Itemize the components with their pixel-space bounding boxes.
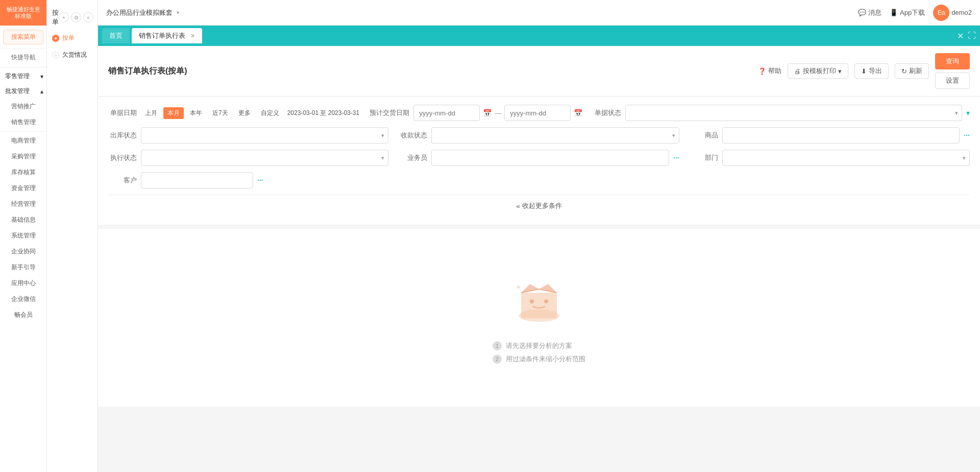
query-button[interactable]: 查询: [935, 53, 970, 69]
sidebar-item-member[interactable]: 畅会员: [0, 307, 46, 323]
sidebar-section-retail[interactable]: 零售管理 ▾: [0, 69, 46, 84]
outstock-select[interactable]: [141, 127, 388, 144]
filter-customer-item: 客户 ···: [108, 172, 263, 188]
print-button[interactable]: 🖨 按模板打印 ▾: [788, 63, 848, 79]
sidebar-item-purchase[interactable]: 采购管理: [0, 149, 46, 164]
dept-select[interactable]: [722, 150, 970, 166]
sidebar-section-retail-icon: ▾: [40, 73, 43, 80]
sidebar-item-app-center[interactable]: 应用中心: [0, 275, 46, 291]
sidebar-item-quick-nav[interactable]: 快捷导航: [0, 49, 46, 66]
filter-salesperson-item: 业务员 ···: [399, 150, 679, 166]
filter-area: 单据日期 上月 本月 本年 近7天 更多 自定义 2023-03-01 至 20…: [98, 97, 980, 225]
sidebar-search-section: 搜索菜单: [0, 26, 46, 49]
collapse-sidebar-button[interactable]: «: [83, 12, 93, 22]
app-logo[interactable]: 畅捷通好生意 标准版: [0, 0, 46, 26]
filter-receipt-item: 收款状态: [399, 127, 679, 144]
export-button[interactable]: ⬇ 导出: [854, 63, 889, 79]
sidebar-item-finance[interactable]: 资金管理: [0, 180, 46, 196]
goods-more-icon[interactable]: ···: [964, 131, 970, 139]
empty-illustration: [508, 270, 570, 331]
collapse-icon: «: [516, 202, 520, 210]
export-label: 导出: [869, 66, 882, 76]
cal-icon-start[interactable]: 📅: [483, 109, 492, 117]
tab-close-all-button[interactable]: ✕: [957, 31, 964, 41]
filter-date-item: 单据日期 上月 本月 本年 近7天 更多 自定义 2023-03-01 至 20…: [108, 107, 359, 119]
sidebar-item-newbie[interactable]: 新手引导: [0, 259, 46, 275]
svg-point-3: [544, 299, 548, 303]
status-select[interactable]: [625, 105, 962, 121]
svg-point-2: [530, 299, 534, 303]
tab-home[interactable]: 首页: [102, 28, 130, 43]
date-tab-more[interactable]: 更多: [234, 107, 255, 119]
app-download-button[interactable]: 📱 App下载: [890, 8, 925, 17]
topbar-right: 💬 消息 📱 App下载 Ea demo2: [858, 5, 972, 21]
page-header: 销售订单执行表(按单) ❓ 帮助 🖨 按模板打印 ▾ ⬇ 导出 ↻ 刷新: [98, 46, 980, 97]
receipt-label: 收款状态: [399, 131, 427, 140]
tab-expand-button[interactable]: ⛶: [968, 31, 976, 41]
message-button[interactable]: 💬 消息: [858, 8, 881, 17]
date-tab-7days[interactable]: 近7天: [208, 107, 232, 119]
help-button[interactable]: ❓ 帮助: [758, 66, 781, 76]
date-tab-this-month[interactable]: 本月: [163, 107, 184, 119]
sub-sidebar-tools: + ⚙ «: [59, 12, 93, 22]
customer-more-icon[interactable]: ···: [257, 176, 263, 184]
settings-button[interactable]: 设置: [935, 73, 970, 89]
tabbar: 首页 销售订单执行表 ✕ ✕ ⛶: [98, 26, 980, 46]
date-range-text: 2023-03-01 至 2023-03-31: [287, 109, 359, 117]
date-tab-custom[interactable]: 自定义: [257, 107, 283, 119]
sidebar-item-enterprise[interactable]: 企业协同: [0, 244, 46, 259]
date-tabs: 上月 本月 本年 近7天 更多 自定义: [141, 107, 283, 119]
expected-date-start-input[interactable]: [413, 105, 480, 121]
svg-rect-1: [521, 293, 557, 318]
customer-input[interactable]: [141, 172, 253, 188]
sidebar-section-wholesale[interactable]: 批发管理 ▴: [0, 84, 46, 99]
sidebar-section-wholesale-icon: ▴: [40, 88, 43, 95]
settings-scheme-button[interactable]: ⚙: [71, 12, 81, 22]
expected-date-end-input[interactable]: [504, 105, 571, 121]
exec-select[interactable]: [141, 150, 388, 166]
sidebar-item-basic-info[interactable]: 基础信息: [0, 212, 46, 228]
sidebar-item-system[interactable]: 系统管理: [0, 228, 46, 244]
collapse-button[interactable]: « 收起更多条件: [508, 198, 570, 214]
tab-sales-exec[interactable]: 销售订单执行表 ✕: [132, 28, 202, 43]
cal-icon-end[interactable]: 📅: [574, 109, 582, 117]
user-menu[interactable]: Ea demo2: [933, 5, 972, 21]
print-icon: 🖨: [794, 67, 801, 75]
sub-item-by-order[interactable]: ● 按单: [47, 30, 97, 46]
sidebar-item-marketing[interactable]: 营销推广: [0, 99, 46, 114]
sidebar-item-ecommerce[interactable]: 电商管理: [0, 133, 46, 149]
sidebar-item-wechat[interactable]: 企业微信: [0, 291, 46, 307]
tab-close-icon[interactable]: ✕: [190, 33, 195, 39]
topbar-dropdown-icon[interactable]: ▾: [177, 10, 179, 15]
salesperson-more-icon[interactable]: ···: [673, 154, 679, 162]
search-menu-button[interactable]: 搜索菜单: [3, 30, 43, 44]
filter-dept-item: 部门: [690, 150, 970, 166]
avatar: Ea: [933, 5, 949, 21]
message-icon: 💬: [858, 9, 866, 16]
sub-sidebar-header: 按单 + ⚙ «: [47, 5, 97, 30]
sub-item-dot-by-order: ●: [52, 35, 59, 42]
refresh-button[interactable]: ↻ 刷新: [895, 63, 929, 79]
sidebar-item-operations[interactable]: 经营管理: [0, 196, 46, 212]
sidebar-item-sales[interactable]: 销售管理: [0, 114, 46, 130]
add-scheme-button[interactable]: +: [59, 12, 69, 22]
salesperson-input[interactable]: [431, 150, 669, 166]
filter-status-item: 单据状态 ▾: [593, 105, 970, 121]
sub-item-arrears[interactable]: ○ 欠货情况: [47, 46, 97, 63]
empty-tip-2: 用过滤条件来缩小分析范围: [506, 352, 585, 366]
sub-item-by-order-label: 按单: [62, 34, 75, 42]
dept-select-wrap: [722, 150, 970, 166]
empty-svg: [508, 270, 570, 331]
date-tab-last-month[interactable]: 上月: [141, 107, 161, 119]
filter-row-2: 出库状态 收款状态 商品: [108, 127, 970, 144]
logo-text: 畅捷通好生意 标准版: [7, 6, 40, 19]
sidebar-item-inventory[interactable]: 库存核算: [0, 164, 46, 180]
status-label: 单据状态: [593, 108, 621, 117]
date-tab-this-year[interactable]: 本年: [186, 107, 206, 119]
topbar-left: 办公用品行业模拟账套 ▾: [106, 8, 179, 17]
filter-row-3: 执行状态 业务员 ··· 部门: [108, 150, 970, 166]
status-dropdown-icon[interactable]: ▾: [966, 109, 970, 117]
goods-input[interactable]: [722, 127, 960, 144]
sub-sidebar: 按单 + ⚙ « ● 按单 ○ 欠货情况: [47, 0, 98, 472]
receipt-select[interactable]: [431, 127, 679, 144]
